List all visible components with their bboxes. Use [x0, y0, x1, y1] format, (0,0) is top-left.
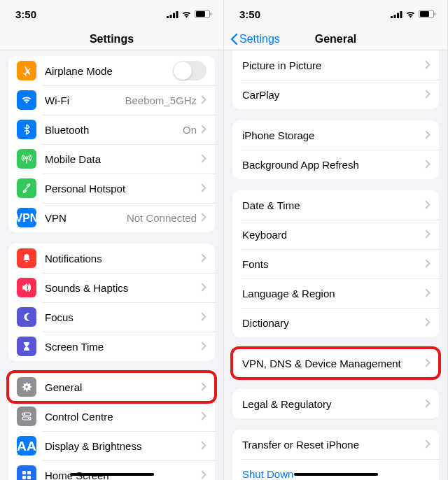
toggle-switch[interactable]	[173, 61, 206, 80]
svg-rect-9	[22, 413, 31, 416]
settings-row[interactable]: Fonts	[232, 249, 439, 278]
chevron-right-icon	[201, 212, 206, 224]
aa-icon: AA	[17, 436, 36, 456]
settings-row[interactable]: VPNVPNNot Connected	[8, 203, 215, 232]
status-icons	[391, 10, 436, 18]
row-label: Notifications	[45, 253, 201, 264]
moon-icon	[17, 307, 36, 327]
row-label: Language & Region	[242, 288, 425, 299]
row-label: General	[45, 381, 201, 393]
svg-point-12	[28, 418, 29, 419]
settings-row[interactable]: Date & Time	[232, 190, 439, 220]
chevron-right-icon	[425, 439, 430, 451]
chevron-right-icon	[201, 183, 206, 195]
switches-icon	[17, 407, 36, 426]
chevron-right-icon	[425, 358, 430, 369]
svg-rect-32	[400, 11, 402, 18]
chevron-right-icon	[201, 153, 206, 165]
settings-row[interactable]: Shut Down	[232, 459, 439, 480]
row-label: Bluetooth	[45, 124, 183, 136]
row-label: Fonts	[242, 258, 425, 270]
status-bar: 3:50	[0, 0, 223, 28]
back-button[interactable]: Settings	[230, 33, 280, 45]
left-screenshot: 3:50 Settings Airplane ModeWi-FiBeebom_5…	[0, 0, 224, 480]
row-label: Airplane Mode	[45, 65, 173, 77]
row-label: iPhone Storage	[242, 129, 425, 141]
settings-row[interactable]: VPN, DNS & Device Management	[232, 348, 439, 378]
nav-bar: Settings General	[224, 28, 447, 50]
group-vpn: VPN, DNS & Device Management	[232, 348, 439, 378]
nav-title: Settings	[90, 33, 134, 45]
settings-list[interactable]: Airplane ModeWi-FiBeebom_5GHzBluetoothOn…	[0, 50, 223, 480]
settings-row[interactable]: Transfer or Reset iPhone	[232, 430, 439, 459]
row-label: Focus	[45, 311, 201, 323]
chevron-right-icon	[425, 129, 430, 141]
group-pip-carplay: Picture in PictureCarPlay	[232, 50, 439, 109]
home-indicator	[70, 473, 154, 476]
wifi-icon	[181, 10, 192, 18]
settings-row[interactable]: Focus	[8, 302, 215, 332]
svg-point-10	[24, 414, 25, 415]
svg-text:AA: AA	[17, 439, 36, 453]
row-label: Legal & Regulatory	[242, 398, 425, 410]
settings-row[interactable]: Personal Hotspot	[8, 174, 215, 203]
settings-row[interactable]: Picture in Picture	[232, 50, 439, 80]
row-label: Transfer or Reset iPhone	[242, 439, 425, 451]
settings-row[interactable]: Language & Region	[232, 278, 439, 308]
settings-row[interactable]: Background App Refresh	[232, 150, 439, 179]
row-label: Sounds & Haptics	[45, 282, 201, 294]
bell-icon	[17, 248, 36, 268]
svg-point-8	[25, 386, 28, 388]
hourglass-icon	[17, 337, 36, 356]
settings-row[interactable]: Home Screen	[8, 460, 215, 480]
group-connectivity: Airplane ModeWi-FiBeebom_5GHzBluetoothOn…	[8, 56, 215, 232]
link-icon	[17, 178, 36, 198]
group-legal: Legal & Regulatory	[232, 389, 439, 418]
chevron-right-icon	[425, 59, 430, 71]
row-detail: On	[183, 124, 197, 136]
row-detail: Not Connected	[127, 212, 197, 224]
status-bar: 3:50	[224, 0, 447, 28]
settings-row[interactable]: BluetoothOn	[8, 115, 215, 144]
settings-row[interactable]: AADisplay & Brightness	[8, 431, 215, 460]
chevron-right-icon	[201, 411, 206, 423]
svg-rect-31	[397, 13, 399, 18]
right-screenshot: 3:50 Settings General Picture in Picture…	[224, 0, 448, 480]
svg-text:VPN: VPN	[17, 212, 36, 224]
settings-row[interactable]: General	[8, 372, 215, 402]
row-label: Keyboard	[242, 229, 425, 241]
home-indicator	[294, 473, 378, 476]
settings-row[interactable]: Legal & Regulatory	[232, 389, 439, 418]
row-label: Picture in Picture	[242, 59, 425, 71]
settings-row[interactable]: Dictionary	[232, 308, 439, 337]
bluetooth-icon	[17, 120, 36, 139]
settings-row[interactable]: iPhone Storage	[232, 120, 439, 150]
row-label: Dictionary	[242, 317, 425, 329]
settings-row[interactable]: Sounds & Haptics	[8, 273, 215, 302]
chevron-right-icon	[425, 229, 430, 241]
signal-icon	[391, 10, 402, 18]
svg-rect-2	[173, 13, 175, 18]
settings-row[interactable]: Wi-FiBeebom_5GHz	[8, 85, 215, 115]
chevron-right-icon	[425, 199, 430, 211]
chevron-right-icon	[201, 282, 206, 294]
settings-row[interactable]: Mobile Data	[8, 144, 215, 174]
settings-row[interactable]: Control Centre	[8, 402, 215, 431]
settings-row[interactable]: Screen Time	[8, 332, 215, 361]
chevron-right-icon	[201, 124, 206, 136]
group-general: GeneralControl CentreAADisplay & Brightn…	[8, 372, 215, 480]
svg-rect-11	[22, 417, 31, 420]
settings-row[interactable]: CarPlay	[232, 80, 439, 109]
wifi-icon	[405, 10, 416, 18]
row-label: Screen Time	[45, 341, 201, 353]
svg-rect-29	[391, 16, 393, 18]
group-storage: iPhone StorageBackground App Refresh	[232, 120, 439, 179]
settings-row[interactable]: Keyboard	[232, 220, 439, 249]
settings-row[interactable]: Airplane Mode	[8, 56, 215, 85]
row-label: VPN, DNS & Device Management	[242, 358, 425, 369]
general-list[interactable]: Picture in PictureCarPlay iPhone Storage…	[224, 50, 447, 480]
vpn-icon: VPN	[17, 208, 36, 227]
group-notifications: NotificationsSounds & HapticsFocusScreen…	[8, 243, 215, 361]
settings-row[interactable]: Notifications	[8, 243, 215, 273]
row-label: Date & Time	[242, 199, 425, 211]
